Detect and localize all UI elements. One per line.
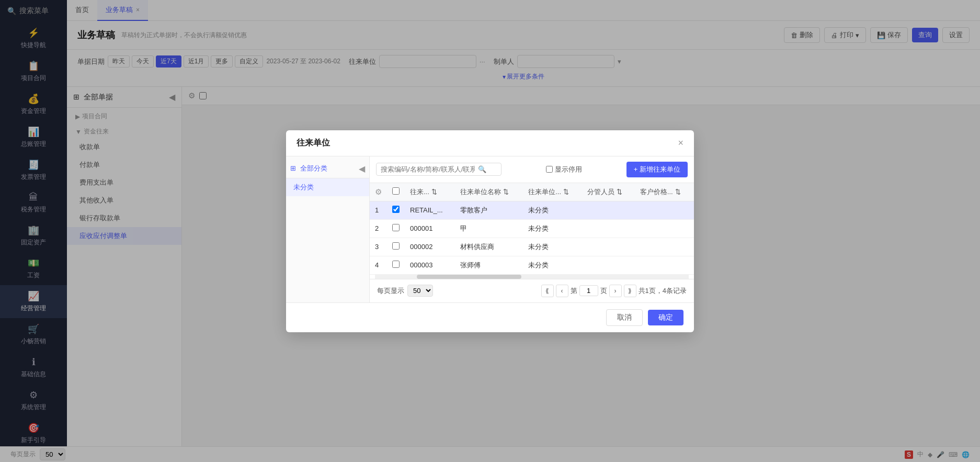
row-category: 未分类: [523, 201, 582, 219]
row-category: 未分类: [523, 238, 582, 256]
table-row[interactable]: 4 000003 张师傅 未分类: [370, 256, 694, 274]
modal-actions: 取消 确定: [286, 302, 694, 332]
scrollbar-thumb: [417, 275, 521, 279]
modal-category-unclassified[interactable]: 未分类: [286, 178, 369, 196]
row-price-level: [635, 238, 694, 256]
sort-icon: ⇅: [675, 188, 681, 196]
row-name: 甲: [455, 219, 523, 238]
modal-right: 🔍 显示停用 + 新增往来单位 ⚙: [370, 156, 694, 302]
row-manager: [582, 256, 635, 274]
row-num: 1: [370, 201, 387, 219]
sort-icon: ⇅: [503, 188, 509, 196]
row-manager: [582, 219, 635, 238]
row-num: 2: [370, 219, 387, 238]
row-code: 000001: [405, 219, 455, 238]
modal-header: 往来单位 ×: [286, 130, 694, 156]
col-manager[interactable]: 分管人员⇅: [587, 187, 630, 197]
row-code: 000003: [405, 256, 455, 274]
horizontal-scrollbar[interactable]: [375, 275, 689, 279]
row-code: RETAIL_...: [405, 201, 455, 219]
col-price-level[interactable]: 客户价格...⇅: [640, 187, 689, 197]
search-input[interactable]: [381, 165, 475, 173]
table-col-settings-icon[interactable]: ⚙: [375, 187, 382, 196]
per-page-select[interactable]: 50: [407, 285, 433, 297]
row-code: 000002: [405, 238, 455, 256]
cancel-button[interactable]: 取消: [606, 309, 643, 326]
row-num: 4: [370, 256, 387, 274]
row-manager: [582, 201, 635, 219]
page-label: 第: [571, 286, 577, 296]
total-info: 共1页，4条记录: [639, 286, 687, 296]
row-category: 未分类: [523, 219, 582, 238]
sort-icon: ⇅: [617, 188, 622, 196]
show-disabled-label[interactable]: 显示停用: [546, 165, 582, 174]
pagination-left: 每页显示 50: [377, 285, 433, 297]
confirm-button[interactable]: 确定: [648, 310, 683, 325]
add-partner-button[interactable]: + 新增往来单位: [626, 162, 688, 177]
modal-pagination: 每页显示 50 ⟪ ‹ 第 页 › ⟫ 共1页，4条记录: [370, 279, 694, 302]
modal-close-button[interactable]: ×: [678, 138, 683, 149]
modal-body: ⊞ 全部分类 ◀ 未分类 🔍: [286, 156, 694, 302]
per-page-label: 每页显示: [377, 286, 404, 296]
row-checkbox[interactable]: [392, 224, 400, 231]
page-unit: 页: [600, 286, 607, 296]
table-row[interactable]: 1 RETAIL_... 零散客户 未分类: [370, 201, 694, 219]
page-number-input[interactable]: [579, 285, 598, 296]
modal-title: 往来单位: [297, 138, 330, 149]
prev-page-button[interactable]: ‹: [556, 285, 568, 297]
col-name[interactable]: 往来单位名称⇅: [460, 187, 518, 197]
table-row[interactable]: 2 000001 甲 未分类: [370, 219, 694, 238]
table-select-all[interactable]: [392, 187, 400, 195]
row-checkbox[interactable]: [392, 242, 400, 250]
row-name: 零散客户: [455, 201, 523, 219]
first-page-button[interactable]: ⟪: [541, 285, 554, 297]
col-category[interactable]: 往来单位...⇅: [528, 187, 577, 197]
modal-cat-title: ⊞ 全部分类: [290, 164, 327, 173]
row-price-level: [635, 256, 694, 274]
modal-overlay[interactable]: 往来单位 × ⊞ 全部分类 ◀ 未分类: [0, 0, 980, 462]
partner-modal: 往来单位 × ⊞ 全部分类 ◀ 未分类: [286, 130, 694, 332]
modal-cat-header: ⊞ 全部分类 ◀: [286, 162, 369, 178]
row-category: 未分类: [523, 256, 582, 274]
modal-toolbar: 🔍 显示停用 + 新增往来单位: [370, 156, 694, 183]
category-collapse-icon[interactable]: ◀: [359, 164, 365, 174]
show-disabled-checkbox[interactable]: [546, 166, 553, 173]
table-row[interactable]: 3 000002 材料供应商 未分类: [370, 238, 694, 256]
row-name: 张师傅: [455, 256, 523, 274]
last-page-button[interactable]: ⟫: [624, 285, 636, 297]
row-price-level: [635, 201, 694, 219]
grid-icon-sm: ⊞: [290, 164, 296, 172]
modal-sidebar: ⊞ 全部分类 ◀ 未分类: [286, 156, 370, 302]
partner-table: ⚙ 往来...⇅ 往来单位名称⇅ 往来单位...⇅ 分管人员⇅ 客户价格...⇅…: [370, 183, 694, 275]
row-checkbox[interactable]: [392, 261, 400, 268]
row-num: 3: [370, 238, 387, 256]
row-manager: [582, 238, 635, 256]
col-code[interactable]: 往来...⇅: [410, 187, 450, 197]
pagination-right: ⟪ ‹ 第 页 › ⟫ 共1页，4条记录: [541, 285, 687, 297]
cat-label: 未分类: [293, 183, 314, 192]
row-price-level: [635, 219, 694, 238]
sort-icon: ⇅: [563, 188, 569, 196]
search-field[interactable]: 🔍: [376, 163, 502, 176]
row-checkbox[interactable]: [392, 206, 400, 213]
sort-icon: ⇅: [431, 188, 437, 196]
search-icon: 🔍: [478, 165, 486, 173]
next-page-button[interactable]: ›: [609, 285, 622, 297]
row-name: 材料供应商: [455, 238, 523, 256]
modal-table: ⚙ 往来...⇅ 往来单位名称⇅ 往来单位...⇅ 分管人员⇅ 客户价格...⇅…: [370, 183, 694, 275]
